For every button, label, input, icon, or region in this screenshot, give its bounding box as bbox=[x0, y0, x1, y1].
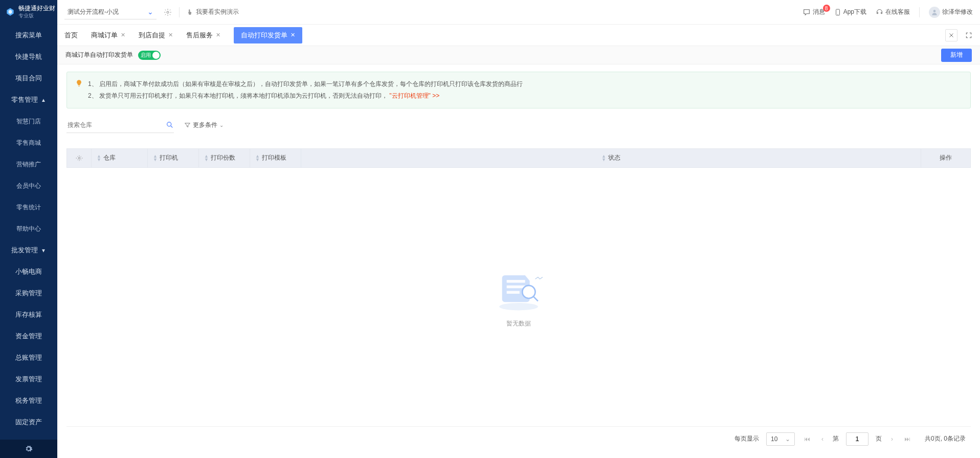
org-settings-icon[interactable] bbox=[164, 8, 172, 16]
empty-text: 暂无数据 bbox=[506, 319, 531, 328]
app-download-button[interactable]: App下载 bbox=[834, 8, 866, 16]
sidebar-item-10[interactable]: 批发管理▼ bbox=[0, 239, 57, 261]
close-icon[interactable]: ✕ bbox=[168, 32, 173, 38]
sidebar-item-17[interactable]: 税务管理 bbox=[0, 390, 57, 411]
new-button[interactable]: 新增 bbox=[941, 49, 972, 62]
sidebar-item-2[interactable]: 项目合同 bbox=[0, 68, 57, 89]
close-icon[interactable]: ✕ bbox=[291, 32, 295, 38]
sidebar-item-5[interactable]: 零售商城 bbox=[0, 132, 57, 154]
close-icon bbox=[948, 32, 954, 38]
search-icon[interactable] bbox=[166, 121, 174, 129]
th-template[interactable]: ▲▼打印模板 bbox=[250, 149, 301, 167]
th-warehouse[interactable]: ▲▼仓库 bbox=[92, 149, 148, 167]
customer-service-label: 在线客服 bbox=[885, 8, 910, 16]
tab-3[interactable]: 售后服务✕ bbox=[186, 25, 220, 46]
sidebar-item-19[interactable]: 工资 bbox=[0, 433, 57, 440]
column-settings[interactable] bbox=[67, 149, 92, 167]
sidebar-item-6[interactable]: 营销推广 bbox=[0, 154, 57, 175]
svg-point-2 bbox=[837, 14, 838, 14]
sidebar-item-label: 税务管理 bbox=[15, 396, 42, 405]
divider bbox=[179, 7, 180, 17]
sidebar-item-label: 搜索菜单 bbox=[15, 31, 42, 40]
sidebar-item-label: 固定资产 bbox=[15, 418, 42, 427]
hand-icon bbox=[187, 9, 194, 16]
sidebar-item-1[interactable]: 快捷导航 bbox=[0, 46, 57, 68]
chevron-icon: ▲ bbox=[41, 97, 46, 103]
per-page-select[interactable]: 10 ⌄ bbox=[766, 432, 795, 446]
per-page-value: 10 bbox=[771, 435, 777, 443]
tab-2[interactable]: 到店自提✕ bbox=[139, 25, 173, 46]
auto-print-label: 商城订单自动打印发货单 bbox=[65, 51, 133, 59]
filter-icon bbox=[184, 122, 191, 128]
sidebar-menu: 搜索菜单快捷导航项目合同零售管理▲智慧门店零售商城营销推广会员中心零售统计帮助中… bbox=[0, 25, 57, 440]
sidebar-item-label: 会员中心 bbox=[16, 182, 41, 190]
th-printer[interactable]: ▲▼打印机 bbox=[148, 149, 199, 167]
cloud-printer-link[interactable]: "云打印机管理" >> bbox=[389, 92, 439, 99]
app-download-label: App下载 bbox=[843, 8, 866, 16]
th-status[interactable]: ▲▼状态 bbox=[301, 149, 921, 167]
sidebar-item-13[interactable]: 库存核算 bbox=[0, 304, 57, 325]
sidebar-item-3[interactable]: 零售管理▲ bbox=[0, 89, 57, 111]
demo-link[interactable]: 我要看实例演示 bbox=[187, 8, 239, 16]
tab-0[interactable]: 首页 bbox=[64, 25, 78, 46]
tab-4[interactable]: 自动打印发货单✕ bbox=[234, 27, 302, 43]
message-icon bbox=[803, 8, 811, 16]
sidebar-item-label: 库存核算 bbox=[15, 310, 42, 319]
table-header: ▲▼仓库 ▲▼打印机 ▲▼打印份数 ▲▼打印模板 ▲▼状态 操作 bbox=[66, 148, 971, 168]
sort-icon: ▲▼ bbox=[153, 155, 158, 161]
sidebar-item-16[interactable]: 发票管理 bbox=[0, 368, 57, 390]
first-page-button[interactable]: ⏮ bbox=[802, 435, 812, 443]
org-selector[interactable]: 测试分开流程-小况 ⌄ bbox=[64, 5, 157, 19]
sidebar-item-11[interactable]: 小畅电商 bbox=[0, 261, 57, 282]
tab-label: 商城订单 bbox=[91, 31, 118, 40]
user-menu[interactable]: 徐泽华修改 bbox=[929, 7, 973, 18]
last-page-button[interactable]: ⏭ bbox=[902, 435, 912, 443]
sidebar-item-0[interactable]: 搜索菜单 bbox=[0, 25, 57, 46]
page-input[interactable] bbox=[846, 432, 868, 446]
page-label-pre: 第 bbox=[833, 434, 839, 443]
close-icon[interactable]: ✕ bbox=[121, 32, 125, 38]
warehouse-search-input[interactable] bbox=[66, 119, 166, 130]
svg-point-3 bbox=[933, 10, 936, 12]
chevron-down-icon: ⌄ bbox=[219, 122, 224, 128]
svg-point-0 bbox=[167, 11, 169, 13]
toggle-dot bbox=[152, 52, 160, 59]
auto-print-toggle[interactable]: 启用 bbox=[138, 51, 161, 60]
next-page-button[interactable]: › bbox=[889, 435, 895, 443]
sidebar-item-label: 营销推广 bbox=[16, 160, 41, 169]
sidebar-item-14[interactable]: 资金管理 bbox=[0, 325, 57, 347]
th-copies[interactable]: ▲▼打印份数 bbox=[199, 149, 250, 167]
sidebar-item-9[interactable]: 帮助中心 bbox=[0, 218, 57, 239]
messages-button[interactable]: 消息 8 bbox=[803, 8, 825, 16]
customer-service-button[interactable]: 在线客服 bbox=[876, 8, 910, 16]
gear-icon bbox=[25, 445, 33, 453]
sidebar-item-4[interactable]: 智慧门店 bbox=[0, 111, 57, 132]
tip-box: 1、 启用后，商城下单付款成功后（如果有审核是在审核之后），自动打印发货单，如果… bbox=[66, 72, 971, 108]
sidebar-item-7[interactable]: 会员中心 bbox=[0, 175, 57, 197]
per-page-label: 每页显示 bbox=[734, 434, 759, 443]
fullscreen-button[interactable] bbox=[963, 29, 975, 41]
sidebar-item-label: 帮助中心 bbox=[16, 225, 41, 233]
sidebar-item-12[interactable]: 采购管理 bbox=[0, 282, 57, 304]
more-filters-button[interactable]: 更多条件 ⌄ bbox=[184, 121, 224, 129]
tip-line-2: 2、 发货单只可用云打印机来打，如果只有本地打印机，须将本地打印机添加为云打印机… bbox=[88, 92, 388, 99]
sidebar-item-label: 总账管理 bbox=[15, 353, 42, 362]
sort-icon: ▲▼ bbox=[204, 155, 209, 161]
sidebar-item-8[interactable]: 零售统计 bbox=[0, 197, 57, 218]
sidebar-settings[interactable] bbox=[0, 440, 57, 458]
page-label-post: 页 bbox=[876, 434, 882, 443]
brand-edition: 专业版 bbox=[18, 12, 55, 19]
avatar-icon bbox=[929, 7, 940, 18]
sidebar-item-label: 工资 bbox=[22, 439, 35, 440]
sidebar-item-15[interactable]: 总账管理 bbox=[0, 347, 57, 368]
brand-logo: 畅捷通好业财 专业版 bbox=[0, 0, 57, 25]
close-icon[interactable]: ✕ bbox=[216, 32, 220, 38]
sidebar-item-18[interactable]: 固定资产 bbox=[0, 411, 57, 433]
close-all-tabs-button[interactable] bbox=[945, 29, 957, 41]
messages-badge: 8 bbox=[823, 5, 830, 12]
brand-icon bbox=[5, 7, 15, 17]
filter-row: 更多条件 ⌄ bbox=[66, 118, 971, 133]
tab-1[interactable]: 商城订单✕ bbox=[91, 25, 125, 46]
chevron-down-icon: ⌄ bbox=[785, 435, 790, 443]
prev-page-button[interactable]: ‹ bbox=[819, 435, 826, 443]
